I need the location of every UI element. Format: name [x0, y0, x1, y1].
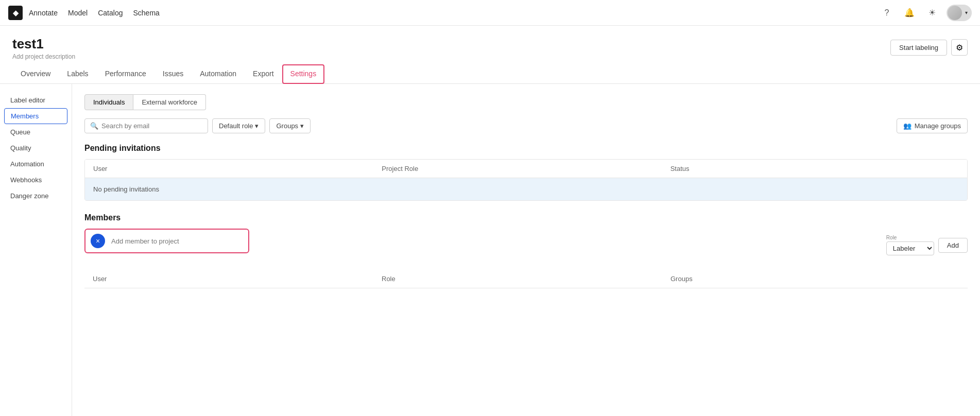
topnav-links: Annotate Model Catalog Schema	[29, 9, 160, 17]
sidebar-item-label-editor[interactable]: Label editor	[0, 92, 72, 108]
search-input-wrap: 🔍	[84, 118, 208, 133]
notifications-icon-button[interactable]: 🔔	[901, 5, 918, 21]
members-table-header: User Role Groups	[84, 270, 968, 288]
tab-performance[interactable]: Performance	[97, 64, 154, 84]
add-member-row: ×	[84, 229, 249, 253]
col-project-role: Project Role	[382, 165, 670, 172]
pending-invitations-table: User Project Role Status No pending invi…	[84, 159, 968, 201]
manage-groups-icon: 👥	[903, 122, 912, 130]
no-pending-invitations: No pending invitations	[85, 178, 967, 200]
logo[interactable]: ◆	[8, 6, 23, 20]
tab-overview[interactable]: Overview	[12, 64, 59, 84]
chevron-down-icon: ▾	[300, 122, 304, 130]
topnav: ◆ Annotate Model Catalog Schema ? 🔔 ☀ ▾	[0, 0, 980, 26]
role-select-wrap: Role Labeler Reviewer Manager Owner	[886, 235, 934, 255]
role-select[interactable]: Labeler Reviewer Manager Owner	[886, 241, 934, 255]
chevron-down-icon: ▾	[255, 122, 259, 130]
sidebar-item-danger-zone[interactable]: Danger zone	[0, 188, 72, 204]
col-status: Status	[670, 165, 959, 172]
filter-bar: 🔍 Default role ▾ Groups ▾ 👥 Manage group…	[84, 118, 968, 133]
clear-icon: ×	[96, 237, 100, 245]
page-description[interactable]: Add project description	[12, 53, 75, 60]
nav-annotate[interactable]: Annotate	[29, 9, 58, 17]
settings-gear-button[interactable]: ⚙	[951, 39, 968, 56]
members-col-groups: Groups	[670, 275, 959, 283]
sidebar-item-quality[interactable]: Quality	[0, 140, 72, 156]
members-section: Members × Role Labeler Reviewer Manager	[84, 213, 968, 288]
sub-tabs: Individuals External workforce	[84, 94, 968, 110]
sub-tab-individuals[interactable]: Individuals	[84, 94, 133, 110]
sidebar-item-webhooks[interactable]: Webhooks	[0, 172, 72, 188]
groups-dropdown[interactable]: Groups ▾	[269, 118, 311, 133]
members-col-role: Role	[382, 275, 670, 283]
chevron-down-icon: ▾	[965, 10, 968, 15]
nav-schema[interactable]: Schema	[133, 9, 159, 17]
sidebar-item-automation[interactable]: Automation	[0, 156, 72, 172]
page-title: test1	[12, 36, 75, 52]
page-header-left: test1 Add project description	[12, 36, 75, 60]
content-area: Individuals External workforce 🔍 Default…	[72, 84, 980, 416]
sidebar-item-members[interactable]: Members	[4, 108, 67, 124]
tab-automation[interactable]: Automation	[192, 64, 245, 84]
add-member-controls: Role Labeler Reviewer Manager Owner Add	[886, 235, 968, 255]
groups-label: Groups	[276, 122, 298, 130]
logo-icon: ◆	[13, 9, 19, 17]
members-col-user: User	[93, 275, 382, 283]
sidebar: Label editor Members Queue Quality Autom…	[0, 84, 72, 416]
manage-groups-button[interactable]: 👥 Manage groups	[897, 118, 968, 133]
pending-invitations-title: Pending invitations	[84, 144, 968, 153]
topnav-right: ? 🔔 ☀ ▾	[879, 5, 972, 21]
members-title: Members	[84, 213, 968, 222]
tab-settings[interactable]: Settings	[282, 64, 325, 84]
help-icon-button[interactable]: ?	[879, 5, 895, 21]
avatar-image	[948, 6, 962, 20]
theme-icon-button[interactable]: ☀	[924, 5, 940, 21]
user-avatar[interactable]: ▾	[947, 5, 972, 21]
add-button[interactable]: Add	[938, 238, 968, 253]
default-role-label: Default role	[219, 122, 253, 130]
main-layout: Label editor Members Queue Quality Autom…	[0, 84, 980, 416]
gear-icon: ⚙	[956, 43, 963, 53]
clear-add-member-button[interactable]: ×	[91, 234, 105, 248]
nav-model[interactable]: Model	[68, 9, 88, 17]
manage-groups-label: Manage groups	[915, 122, 961, 130]
sub-tab-external-workforce[interactable]: External workforce	[133, 94, 206, 110]
tab-bar: Overview Labels Performance Issues Autom…	[0, 64, 980, 84]
tab-labels[interactable]: Labels	[59, 64, 96, 84]
tab-export[interactable]: Export	[245, 64, 282, 84]
search-icon: 🔍	[90, 122, 98, 130]
sidebar-item-queue[interactable]: Queue	[0, 124, 72, 140]
role-label: Role	[886, 235, 934, 240]
page-header-right: Start labeling ⚙	[890, 39, 968, 56]
add-member-input[interactable]	[109, 236, 243, 246]
col-user: User	[93, 165, 382, 172]
default-role-dropdown[interactable]: Default role ▾	[212, 118, 265, 133]
nav-catalog[interactable]: Catalog	[98, 9, 123, 17]
tab-issues[interactable]: Issues	[154, 64, 192, 84]
page-header: test1 Add project description Start labe…	[0, 26, 980, 64]
start-labeling-button[interactable]: Start labeling	[890, 40, 947, 56]
pending-invitations-header: User Project Role Status	[85, 160, 967, 178]
search-input[interactable]	[101, 122, 202, 130]
